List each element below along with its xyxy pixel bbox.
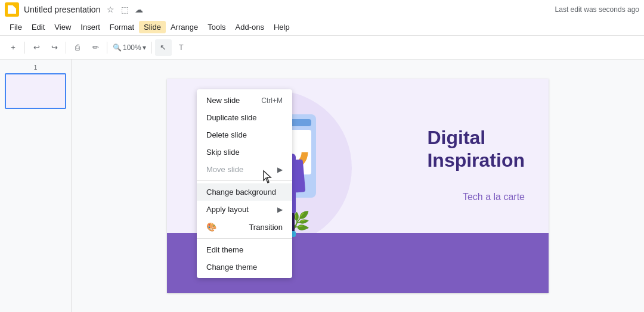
transition-paintbrush-icon: 🎨: [206, 222, 217, 232]
slide-number-label: 1: [5, 64, 66, 71]
slide-title: Digital Inspiration: [427, 126, 525, 172]
toolbar: + ↩ ↪ ⎙ ✏ 🔍 100% ▾ ↖ T: [0, 36, 644, 60]
menu-view[interactable]: View: [49, 21, 76, 33]
menu-item-apply-layout[interactable]: Apply layout ▶: [197, 201, 292, 218]
toolbar-add-btn[interactable]: +: [5, 39, 21, 56]
menu-format[interactable]: Format: [105, 21, 139, 33]
toolbar-divider-1: [24, 42, 25, 54]
menu-item-new-slide[interactable]: New slide Ctrl+M: [197, 92, 292, 109]
folder-icon[interactable]: ⬚: [119, 4, 130, 15]
menu-tools[interactable]: Tools: [203, 21, 230, 33]
transition-label: Transition: [249, 223, 283, 232]
toolbar-zoom[interactable]: 🔍 100% ▾: [110, 42, 148, 53]
menu-item-move-slide: Move slide ▶: [197, 161, 292, 178]
menu-item-duplicate-slide[interactable]: Duplicate slide: [197, 109, 292, 126]
slide-thumbnail-1[interactable]: [5, 73, 66, 109]
new-slide-shortcut: Ctrl+M: [261, 96, 283, 105]
star-icon[interactable]: ☆: [105, 4, 116, 15]
menu-help[interactable]: Help: [269, 21, 295, 33]
menu-item-change-theme[interactable]: Change theme: [197, 258, 292, 276]
document-title[interactable]: Untitled presentation: [24, 5, 100, 14]
toolbar-redo-btn[interactable]: ↪: [46, 39, 63, 56]
duplicate-slide-label: Duplicate slide: [206, 113, 257, 122]
slide-title-line2: Inspiration: [427, 149, 525, 171]
slide-title-line1: Digital: [427, 126, 525, 149]
change-theme-label: Change theme: [206, 263, 257, 272]
new-slide-label: New slide: [206, 96, 240, 105]
toolbar-print-btn[interactable]: ⎙: [69, 39, 86, 56]
main-area: 1: [0, 60, 644, 312]
menu-insert[interactable]: Insert: [76, 21, 105, 33]
toolbar-cursor-btn[interactable]: ↖: [155, 39, 172, 56]
canvas-area[interactable]: Digital Inspiration Tech a la carte: [72, 60, 644, 312]
menu-edit[interactable]: Edit: [27, 21, 49, 33]
menu-item-change-background[interactable]: Change background: [197, 183, 292, 201]
title-bar: Untitled presentation ☆ ⬚ ☁ Last edit wa…: [0, 0, 644, 19]
toolbar-divider-3: [107, 42, 107, 54]
dropdown-divider-2: [197, 238, 292, 239]
edit-theme-label: Edit theme: [206, 245, 243, 254]
toolbar-divider-4: [151, 42, 152, 54]
zoom-chevron-icon: ▾: [143, 43, 146, 52]
skip-slide-label: Skip slide: [206, 148, 240, 157]
apply-layout-arrow-icon: ▶: [277, 205, 283, 214]
menu-item-delete-slide[interactable]: Delete slide: [197, 126, 292, 143]
menu-item-transition[interactable]: 🎨 Transition: [197, 218, 292, 236]
app-icon: [5, 2, 19, 17]
last-edit-status: Last edit was seconds ago: [555, 5, 639, 14]
toolbar-undo-btn[interactable]: ↩: [28, 39, 45, 56]
menu-arrange[interactable]: Arrange: [166, 21, 203, 33]
slide-subtitle: Tech a la carte: [463, 192, 525, 202]
change-background-label: Change background: [206, 188, 276, 196]
title-actions: ☆ ⬚ ☁: [105, 4, 144, 15]
zoom-icon: 🔍: [113, 43, 122, 52]
menu-item-skip-slide[interactable]: Skip slide: [197, 143, 292, 161]
dropdown-divider-1: [197, 180, 292, 181]
move-slide-label: Move slide: [206, 165, 243, 174]
slide-dropdown-menu: New slide Ctrl+M Duplicate slide Delete …: [197, 89, 292, 278]
move-slide-arrow-icon: ▶: [277, 166, 283, 174]
apply-layout-label: Apply layout: [206, 205, 249, 214]
menu-addons[interactable]: Add-ons: [231, 21, 269, 33]
delete-slide-label: Delete slide: [206, 130, 247, 139]
slides-panel: 1: [0, 60, 72, 312]
zoom-level: 100%: [123, 43, 141, 52]
cloud-icon[interactable]: ☁: [134, 4, 144, 15]
toolbar-divider-2: [66, 42, 66, 54]
toolbar-paint-btn[interactable]: ✏: [87, 39, 104, 56]
menu-item-edit-theme[interactable]: Edit theme: [197, 241, 292, 258]
menu-slide[interactable]: Slide: [139, 21, 166, 33]
menu-file[interactable]: File: [5, 21, 27, 33]
toolbar-text-btn[interactable]: T: [173, 39, 190, 56]
menu-bar: File Edit View Insert Format Slide Arran…: [0, 19, 644, 36]
